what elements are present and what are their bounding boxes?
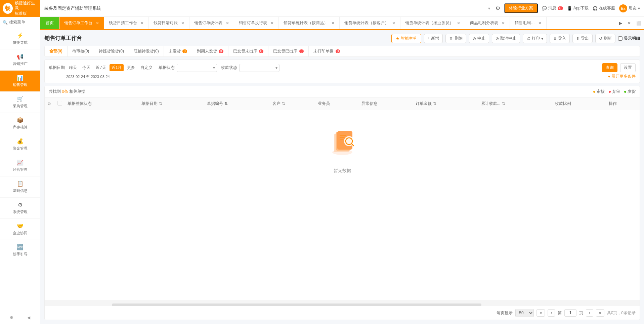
scroll-thumb[interactable]	[112, 303, 481, 306]
sidebar-item-quick-nav[interactable]: ⚡ 快捷导航	[0, 28, 40, 49]
sub-tab-not-printed[interactable]: 未打印单据 0	[309, 46, 345, 56]
tab-overflow-btn[interactable]: ▶	[616, 18, 625, 28]
date-opt-custom[interactable]: 自定义	[138, 64, 155, 71]
date-opt-today[interactable]: 今天	[80, 64, 92, 71]
date-opt-7days[interactable]: 近7天	[94, 64, 108, 71]
tab-sales-by-customer[interactable]: 销货单统计表（按客户） ✕	[340, 17, 400, 29]
col-customer-header[interactable]: 客户⇅	[270, 97, 315, 110]
sidebar-item-basic[interactable]: 📋 基础信息	[0, 176, 40, 198]
tab-maximize-btn[interactable]: ⬜	[634, 18, 644, 28]
tab-cash-reconcile-close[interactable]: ✕	[181, 21, 184, 26]
horizontal-scrollbar[interactable]	[45, 300, 640, 306]
tab-sales-stats[interactable]: 销售订单统计表 ✕	[189, 17, 234, 29]
sub-tab-wangpu[interactable]: 旺铺待发货(0)	[129, 46, 164, 56]
setting-filter-btn[interactable]: 设置	[620, 63, 636, 72]
date-opt-more[interactable]: 更多	[125, 64, 137, 71]
date-opt-1month[interactable]: 近1月	[110, 64, 124, 71]
col-amount-sort[interactable]: 订单金额⇅	[416, 101, 436, 107]
col-collected-sort[interactable]: 累计收款...⇅	[481, 101, 505, 107]
col-number-sort[interactable]: 单据编号⇅	[207, 101, 228, 107]
delete-btn[interactable]: 🗑 删除	[445, 34, 466, 43]
col-check-header[interactable]	[55, 97, 65, 110]
sidebar-item-enterprise[interactable]: 🤝 企业协同	[0, 219, 40, 240]
ship-action[interactable]: 发货	[624, 89, 636, 94]
import-btn[interactable]: ⬇ 导入	[550, 34, 570, 43]
sub-tab-pending-review[interactable]: 待审核(0)	[68, 46, 94, 56]
tab-gross-profit[interactable]: 商品毛利分析表 ✕	[465, 17, 510, 29]
payment-select[interactable]	[239, 64, 280, 72]
sidebar-item-system[interactable]: ⚙ 系统管理	[0, 198, 40, 219]
tab-sales-by-product[interactable]: 销货单统计表（按商品） ✕	[279, 17, 340, 29]
query-btn[interactable]: 查询	[602, 63, 617, 72]
stop-btn[interactable]: ⊙ 中止	[469, 34, 489, 43]
table-scroll-container[interactable]: ⚙ 单据整体状态 单据日期⇅ 单据编号⇅ 客户⇅ 业务员 异常信息 订单金额⇅ …	[45, 97, 640, 300]
col-amount-header[interactable]: 订单金额⇅	[413, 97, 478, 110]
page-input[interactable]: 1	[564, 309, 576, 317]
sub-tab-pending-check[interactable]: 待拣货验货(0)	[94, 46, 129, 56]
col-collected-header[interactable]: 累计收款...⇅	[478, 97, 552, 110]
tab-sales-by-product-close[interactable]: ✕	[331, 21, 335, 26]
sub-tab-shipped-not-out[interactable]: 已发货未出库 0	[228, 46, 269, 56]
select-all-checkbox[interactable]	[57, 101, 62, 106]
cancel-review-action[interactable]: 弃审	[609, 89, 620, 94]
industry-btn[interactable]: 体验行业方案	[504, 3, 538, 13]
status-select[interactable]	[177, 64, 217, 72]
prev-page-btn[interactable]: ‹	[548, 309, 555, 317]
review-action[interactable]: 审核	[593, 89, 605, 94]
tab-cash-reconcile[interactable]: 钱货日清对账 ✕	[149, 17, 189, 29]
refresh-btn[interactable]: ↺ 刷新	[595, 34, 615, 43]
tab-cash-daily[interactable]: 钱货日清工作台 ✕	[104, 17, 149, 29]
user-menu-btn[interactable]: Ea 用友 ▾	[619, 4, 640, 12]
last-page-btn[interactable]: »	[596, 309, 604, 317]
tab-sales-by-customer-close[interactable]: ✕	[392, 21, 395, 26]
sidebar-search[interactable]: 🔍 搜索菜单	[0, 17, 40, 28]
sidebar-item-finance[interactable]: 💰 资金管理	[0, 134, 40, 155]
tab-sales-workbench[interactable]: 销售订单工作台 ✕	[59, 17, 104, 29]
tab-cash-daily-close[interactable]: ✕	[140, 21, 144, 26]
tab-sales-workbench-close[interactable]: ✕	[96, 21, 99, 26]
cancel-stop-btn[interactable]: ⊘ 取消中止	[492, 34, 520, 43]
sub-tab-not-shipped[interactable]: 未发货 0	[164, 46, 192, 56]
show-detail-checkbox[interactable]	[618, 36, 622, 41]
first-page-btn[interactable]: «	[536, 309, 545, 317]
tab-sales-exec-close[interactable]: ✕	[270, 21, 274, 26]
message-btn[interactable]: 💬 消息 6	[542, 5, 563, 11]
sub-tab-all[interactable]: 全部(0)	[45, 46, 68, 56]
tab-unpin-btn[interactable]: ✕	[625, 18, 634, 28]
sub-tab-shipped-out[interactable]: 已发货已出库 0	[268, 46, 309, 56]
col-number-header[interactable]: 单据编号⇅	[204, 97, 270, 110]
sub-tab-expired[interactable]: 到期未发货 0	[192, 46, 228, 56]
sidebar-settings-btn[interactable]: ⚙	[8, 314, 15, 321]
sidebar-item-operations[interactable]: 📈 经营管理	[0, 155, 40, 176]
header-settings-icon[interactable]: ⚙	[496, 5, 500, 11]
tab-sales-by-staff[interactable]: 销货单统计表（按业务员） ✕	[400, 17, 465, 29]
tab-home[interactable]: 首页	[40, 17, 59, 29]
col-date-header[interactable]: 单据日期⇅	[139, 97, 204, 110]
show-detail-checkbox-wrapper[interactable]: 显示明细	[618, 36, 640, 41]
print-btn[interactable]: 🖨 打印 ▾	[523, 34, 547, 43]
col-date-sort[interactable]: 单据日期⇅	[141, 101, 162, 107]
sidebar-item-inventory[interactable]: 📦 库存核算	[0, 113, 40, 134]
tab-sales-stats-close[interactable]: ✕	[226, 21, 229, 26]
sidebar-item-purchase[interactable]: 🛒 采购管理	[0, 92, 40, 113]
chevron-down-icon[interactable]: ▾	[488, 6, 490, 11]
sidebar-item-marketing[interactable]: 📢 营销推广	[0, 49, 40, 71]
tab-gross-profit-close[interactable]: ✕	[502, 21, 505, 26]
sidebar-collapse-btn[interactable]: ◀	[26, 314, 32, 321]
add-btn[interactable]: + 新增	[424, 34, 443, 43]
sidebar-item-sales[interactable]: 📊 销售管理	[0, 71, 40, 92]
tab-sales-revenue-close[interactable]: ✕	[538, 21, 542, 26]
export-btn[interactable]: ⬆ 导出	[572, 34, 593, 43]
tab-sales-by-staff-close[interactable]: ✕	[457, 21, 460, 26]
app-download-btn[interactable]: 📱 App下载	[567, 5, 589, 11]
tab-sales-exec[interactable]: 销售订单执行表 ✕	[234, 17, 279, 29]
next-page-btn[interactable]: ›	[586, 309, 593, 317]
col-customer-sort[interactable]: 客户⇅	[272, 101, 285, 107]
col-settings[interactable]: ⚙	[45, 97, 55, 110]
tab-sales-revenue[interactable]: 销售毛利… ✕	[510, 17, 547, 29]
sidebar-item-guide[interactable]: 🆕 新手引导	[0, 240, 40, 261]
smart-create-btn[interactable]: ★ 智能生单	[391, 34, 421, 43]
expand-filter-btn[interactable]: ▾ 展开更多条件	[608, 74, 636, 79]
date-opt-yesterday[interactable]: 昨天	[67, 64, 79, 71]
page-size-select[interactable]: 50 10 20 100	[515, 309, 534, 317]
